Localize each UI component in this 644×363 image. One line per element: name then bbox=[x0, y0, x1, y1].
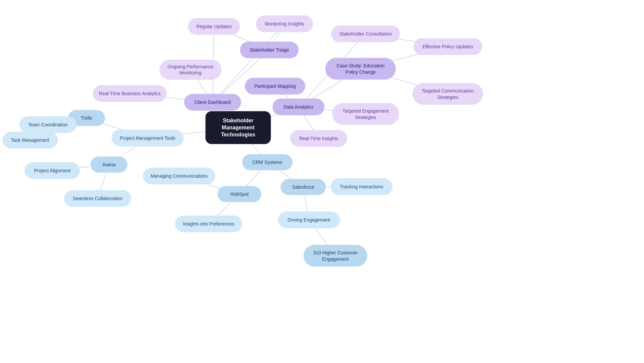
targeted-comm-node: Targeted Communication Strategies bbox=[413, 83, 483, 105]
insights-preferences-node: Insights into Preferences bbox=[175, 216, 242, 232]
targeted-engagement-node: Targeted Engagement Strategies bbox=[332, 103, 399, 125]
regular-updates-node: Regular Updates bbox=[188, 18, 240, 35]
driving-engagement-node: Driving Engagement bbox=[278, 211, 340, 228]
asana-node: Asana bbox=[91, 157, 127, 173]
ongoing-performance-node: Ongoing Performance Monitoring bbox=[160, 60, 222, 80]
managing-comms-node: Managing Communications bbox=[143, 168, 215, 184]
monitoring-insights-node: Monitoring Insights bbox=[256, 15, 313, 32]
tracking-interactions-node: Tracking Interactions bbox=[331, 178, 393, 195]
data-analytics-node: Data Analytics bbox=[273, 99, 325, 115]
project-alignment-node: Project Alignment bbox=[25, 162, 80, 179]
team-coordination-node: Team Coordination bbox=[19, 116, 76, 133]
seamless-collab-node: Seamless Collaboration bbox=[64, 190, 131, 207]
real-time-business-node: Real-Time Business Analytics bbox=[93, 85, 167, 102]
effective-policy-node: Effective Policy Updates bbox=[414, 38, 482, 55]
higher-engagement-node: 310 Higher Customer Engagement bbox=[304, 245, 367, 267]
mindmap-canvas: Stakeholder Management TechnologiesMonit… bbox=[0, 0, 644, 363]
center-node: Stakeholder Management Technologies bbox=[206, 111, 271, 144]
stakeholder-consultation-node: Stakeholder Consultation bbox=[331, 25, 400, 42]
stakeholder-triage-node: Stakeholder Triage bbox=[240, 42, 299, 58]
case-study-node: Case Study: Education Policy Change bbox=[325, 58, 396, 80]
participant-mapping-node: Participant Mapping bbox=[245, 78, 305, 95]
task-management-node: Task Management bbox=[3, 132, 58, 148]
salesforce-node: Salesforce bbox=[281, 179, 326, 195]
hubspot-node: HubSpot bbox=[218, 186, 261, 202]
crm-systems-node: CRM Systems bbox=[242, 154, 292, 170]
project-management-node: Project Management Tools bbox=[112, 130, 184, 146]
client-dashboard-node: Client Dashboard bbox=[184, 94, 241, 111]
real-time-insights-node: Real-Time Insights bbox=[290, 130, 347, 147]
